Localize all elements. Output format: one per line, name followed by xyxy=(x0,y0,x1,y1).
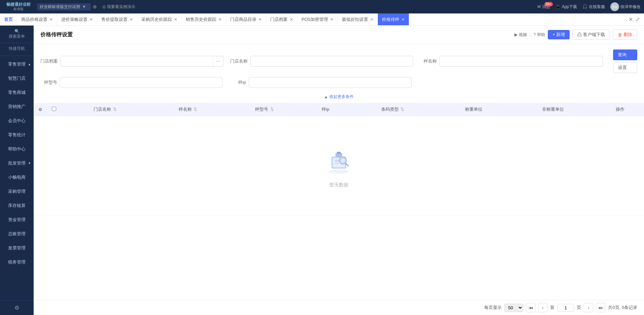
th-checkbox xyxy=(47,103,61,116)
tab-goods-price[interactable]: 商品价格设置 ✕ xyxy=(17,13,57,26)
store-name-input[interactable] xyxy=(250,56,413,67)
sort-icon[interactable]: ⇅ xyxy=(270,107,274,112)
message-button[interactable]: ✉ 消息 99+ xyxy=(537,4,550,10)
page-input[interactable]: 1 xyxy=(557,304,574,312)
sidebar-item-member[interactable]: 会员中心 xyxy=(0,114,34,128)
main-layout: 🔍 搜索菜单 快捷导航 零售管理 智慧门店 零售商城 营销推广 会员中心 零售统… xyxy=(0,26,644,315)
tab-pos[interactable]: POS加密管理 ✕ xyxy=(297,13,338,26)
sidebar-search[interactable]: 🔍 搜索菜单 xyxy=(0,26,34,43)
sidebar-item-help[interactable]: 帮助中心 xyxy=(0,142,34,156)
tab-purchase-history[interactable]: 采购历史价跟踪 ✕ xyxy=(137,13,182,26)
tab-purchase-strategy[interactable]: 进价策略设置 ✕ xyxy=(57,13,97,26)
tab-min-discount[interactable]: 最低折扣设置 ✕ xyxy=(338,13,378,26)
sidebar-item-marketing[interactable]: 营销推广 xyxy=(0,100,34,114)
collapse-bar: ▲ 收起更多条件 xyxy=(40,92,637,103)
delete-button[interactable]: 🗑 删除 xyxy=(613,30,637,40)
settings-icon[interactable]: ⚙ xyxy=(38,107,42,112)
th-scale-model: 秤型号 ⇅ xyxy=(226,103,303,116)
version-selector[interactable]: 好业财标准版交付试用 ▼ xyxy=(37,3,91,10)
query-button[interactable]: 查询 xyxy=(613,49,637,60)
close-icon[interactable]: ✕ xyxy=(370,17,373,22)
tab-store-catalog[interactable]: 门店商品目录 ✕ xyxy=(226,13,266,26)
close-icon[interactable]: ✕ xyxy=(401,17,405,22)
download-button[interactable]: 凸 客户端下载 xyxy=(572,30,610,40)
next-page-button[interactable]: › xyxy=(584,303,593,312)
prev-page-button[interactable]: ‹ xyxy=(538,303,547,312)
empty-illustration xyxy=(322,143,356,177)
sort-icon[interactable]: ⇅ xyxy=(113,107,117,112)
sidebar-item-ledger[interactable]: 总账管理 xyxy=(0,227,34,241)
eye-icon: ◎ xyxy=(102,4,106,9)
first-page-button[interactable]: ⏮ xyxy=(526,303,535,312)
filter-actions: 查询 设置 xyxy=(613,49,637,73)
sort-icon[interactable]: ⇅ xyxy=(193,107,197,112)
sidebar-item-wholesale[interactable]: 批发管理 xyxy=(0,156,34,170)
sidebar-item-purchase[interactable]: 采购管理 xyxy=(0,184,34,199)
th-settings: ⚙ xyxy=(34,103,47,116)
top-bar: 畅捷通好业财 标准版 好业财标准版交付试用 ▼ ⚙ ◎ 我要看实例演示 ✉ 消息… xyxy=(0,0,644,13)
video-link[interactable]: ▶ 视频 xyxy=(514,32,527,38)
sidebar-item-inventory[interactable]: 库存核算 xyxy=(0,199,34,213)
sidebar-item-tax[interactable]: 税务管理 xyxy=(0,255,34,269)
trash-icon: 🗑 xyxy=(618,32,622,37)
video-icon: ▶ xyxy=(514,32,517,37)
scale-name-input[interactable] xyxy=(439,56,603,67)
setting-button[interactable]: 设置 xyxy=(613,62,637,73)
sidebar-settings-icon[interactable]: ⚙ xyxy=(0,300,34,315)
close-icon[interactable]: ✕ xyxy=(330,17,333,22)
th-non-weight-unit: 非称重单位 xyxy=(510,103,596,116)
collapse-button[interactable]: ▲ 收起更多条件 xyxy=(324,94,354,100)
sidebar-item-invoice[interactable]: 发票管理 xyxy=(0,241,34,255)
close-icon[interactable]: ✕ xyxy=(90,17,93,22)
close-tab-button[interactable]: ✕ xyxy=(627,15,634,24)
top-bar-right: ✉ 消息 99+ 📱 App下载 🎧 在线客服 Ea 徐泽华修改 xyxy=(537,2,641,11)
tab-store-archive[interactable]: 门店档案 ✕ xyxy=(266,13,297,26)
scale-model-input[interactable] xyxy=(60,77,222,88)
help-link[interactable]: ? 帮助 xyxy=(533,32,545,38)
close-icon[interactable]: ✕ xyxy=(130,17,133,22)
service-button[interactable]: 🎧 在线客服 xyxy=(582,4,605,10)
sidebar-quick-nav[interactable]: 快捷导航 xyxy=(0,43,34,54)
page-size-select[interactable]: 10 20 50 100 xyxy=(504,304,523,312)
app-download-button[interactable]: 📱 App下载 xyxy=(556,4,577,10)
tab-sale-history[interactable]: 销售历史价跟踪 ✕ xyxy=(182,13,226,26)
maximize-tab-button[interactable]: ⤢ xyxy=(634,15,641,24)
demo-link[interactable]: ◎ 我要看实例演示 xyxy=(102,4,135,10)
scale-name-label: 秤名称 xyxy=(420,58,437,64)
tab-sale-price[interactable]: 售价提取设置 ✕ xyxy=(97,13,137,26)
user-name: 徐泽华修改 xyxy=(620,4,641,10)
scale-ip-input[interactable] xyxy=(249,77,411,88)
close-icon[interactable]: ✕ xyxy=(258,17,262,22)
close-icon[interactable]: ✕ xyxy=(290,17,293,22)
sort-icon[interactable]: ⇅ xyxy=(400,107,404,112)
chevron-up-icon: ▲ xyxy=(324,95,328,99)
page-header: 价格传秤设置 ▶ 视频 | ? 帮助 + 新增 凸 客户端下载 xyxy=(34,26,644,44)
close-icon[interactable]: ✕ xyxy=(218,17,222,22)
version-label: 好业财标准版交付试用 xyxy=(40,4,80,10)
sidebar-item-finance[interactable]: 资金管理 xyxy=(0,213,34,227)
add-button[interactable]: + 新增 xyxy=(548,30,570,39)
select-all-checkbox[interactable] xyxy=(52,107,56,111)
separator: | xyxy=(530,32,531,37)
empty-state: 暂无数据 xyxy=(34,116,644,215)
sidebar-item-smart-store[interactable]: 智慧门店 xyxy=(0,71,34,85)
sidebar-item-retail-mall[interactable]: 零售商城 xyxy=(0,85,34,100)
user-menu[interactable]: Ea 徐泽华修改 xyxy=(610,2,641,11)
avatar: Ea xyxy=(610,2,619,11)
demo-label: 我要看实例演示 xyxy=(107,4,135,10)
sidebar-item-retail[interactable]: 零售管理 xyxy=(0,57,34,71)
close-icon[interactable]: ✕ xyxy=(174,17,177,22)
last-page-button[interactable]: ⏭ xyxy=(596,303,605,312)
sidebar-item-ecommerce[interactable]: 小畅电商 xyxy=(0,170,34,184)
svg-rect-8 xyxy=(335,163,339,164)
tab-home[interactable]: 首页 xyxy=(0,13,17,26)
scale-model-label: 秤型号 xyxy=(40,79,57,85)
app-sub: 标准版 xyxy=(13,7,24,11)
setting-icon[interactable]: ⚙ xyxy=(93,4,97,9)
app-icon: 📱 xyxy=(556,4,561,9)
sidebar-item-retail-stats[interactable]: 零售统计 xyxy=(0,128,34,142)
tab-price-scale[interactable]: 价格传秤 ✕ xyxy=(378,13,409,26)
store-archive-input[interactable] xyxy=(61,56,213,67)
dots-button[interactable]: ··· xyxy=(213,56,223,66)
close-icon[interactable]: ✕ xyxy=(49,17,53,22)
